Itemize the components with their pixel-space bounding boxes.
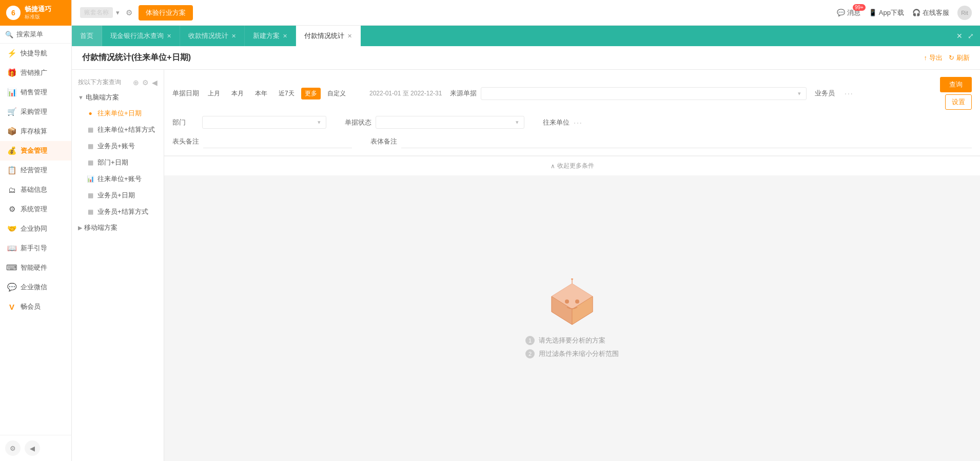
salesman-dots[interactable]: ··· bbox=[845, 89, 854, 97]
empty-illustration bbox=[541, 278, 603, 330]
table-head-note-input[interactable] bbox=[203, 135, 352, 148]
sidebar-item-smart-hw[interactable]: ⌨ 智能硬件 bbox=[0, 258, 71, 277]
scheme-group-mobile: ▶ 移动端方案 bbox=[72, 220, 164, 235]
messages-icon: 💬 bbox=[837, 9, 845, 16]
scheme-active-icon: ● bbox=[86, 109, 94, 117]
scheme-item-salesman-date[interactable]: ▦ 业务员+日期 bbox=[72, 187, 164, 204]
tab-home[interactable]: 首页 bbox=[72, 26, 102, 46]
tab-payment-stat-close[interactable]: ✕ bbox=[347, 33, 352, 39]
tab-bank-flow-close[interactable]: ✕ bbox=[167, 33, 171, 39]
scheme-item-dept-date[interactable]: ▦ 部门+日期 bbox=[72, 154, 164, 171]
scheme-item-counterpart-account[interactable]: 📊 往来单位+账号 bbox=[72, 171, 164, 187]
filter-table-head-note-item: 表头备注 bbox=[172, 135, 352, 148]
scheme-item-salesman-account[interactable]: ▦ 业务员+账号 bbox=[72, 138, 164, 154]
scheme-item-counterpart-date[interactable]: ● 往来单位+日期 bbox=[72, 105, 164, 122]
pc-group-arrow-icon: ▼ bbox=[78, 94, 84, 101]
tab-receipts-stat-close[interactable]: ✕ bbox=[231, 33, 236, 39]
empty-tip-2: 2 用过滤条件来缩小分析范围 bbox=[525, 349, 619, 358]
topbar-right: 💬 消息 99+ 📱 App下载 🎧 在线客服 Rit bbox=[837, 6, 972, 20]
scheme-group-pc-header[interactable]: ▼ 电脑端方案 bbox=[72, 90, 164, 105]
mobile-group-arrow-icon: ▶ bbox=[78, 225, 82, 231]
table-body-note-input[interactable] bbox=[401, 135, 972, 148]
sidebar-item-enterprise[interactable]: 🤝 企业协同 bbox=[0, 219, 71, 238]
add-scheme-btn[interactable]: ⊕ bbox=[133, 78, 139, 87]
online-service-btn[interactable]: 🎧 在线客服 bbox=[912, 8, 949, 17]
scheme-panel-header: 按以下方案查询 ⊕ ⚙ ◀ bbox=[72, 75, 164, 90]
scheme-item-salesman-settlement[interactable]: ▦ 业务员+结算方式 bbox=[72, 204, 164, 220]
app-download-btn[interactable]: 📱 App下载 bbox=[869, 8, 904, 17]
collapse-filter-btn[interactable]: ∧ 收起更多条件 bbox=[164, 156, 980, 175]
enterprise-icon: 🤝 bbox=[7, 224, 16, 233]
operations-icon: 📋 bbox=[7, 166, 16, 175]
sidebar-item-wechat[interactable]: 💬 企业微信 bbox=[0, 277, 71, 297]
refresh-icon: ↻ bbox=[949, 54, 954, 62]
smart-hw-icon: ⌨ bbox=[7, 263, 16, 272]
source-doc-select[interactable]: ▾ bbox=[481, 87, 807, 100]
page: 付款情况统计(往来单位+日期) ↑ 导出 ↻ 刷新 按以下方案查询 ⊕ bbox=[72, 46, 980, 461]
svg-point-5 bbox=[575, 299, 579, 304]
tab-new-scheme-close[interactable]: ✕ bbox=[283, 33, 287, 39]
tab-new-scheme[interactable]: 新建方案 ✕ bbox=[245, 26, 296, 46]
collapse-scheme-btn[interactable]: ◀ bbox=[152, 78, 158, 87]
sidebar-item-finance[interactable]: 💰 资金管理 bbox=[0, 141, 71, 161]
scheme-settings-btn[interactable]: ⚙ bbox=[142, 78, 149, 87]
system-icon: ⚙ bbox=[7, 205, 16, 214]
sidebar-item-marketing[interactable]: 🎁 营销推广 bbox=[0, 63, 71, 83]
scheme-panel-actions: ⊕ ⚙ ◀ bbox=[133, 78, 158, 87]
counterpart-dots[interactable]: ··· bbox=[574, 118, 583, 127]
trial-btn[interactable]: 体验行业方案 bbox=[139, 5, 193, 21]
messages-btn[interactable]: 💬 消息 99+ bbox=[837, 8, 860, 17]
tabbar: 首页 现金银行流水查询 ✕ 收款情况统计 ✕ 新建方案 ✕ 付款情况统计 ✕ ✕… bbox=[72, 26, 980, 46]
sidebar-item-inventory[interactable]: 📦 库存核算 bbox=[0, 122, 71, 141]
date-btn-custom[interactable]: 自定义 bbox=[323, 87, 350, 100]
guide-icon: 📖 bbox=[7, 244, 16, 253]
fullscreen-btn[interactable]: ⤢ bbox=[968, 32, 974, 40]
query-btn[interactable]: 查询 bbox=[940, 77, 972, 92]
filter-rows: 单据日期 上月 本月 本年 近7天 更多 自定义 2022-01-0 bbox=[164, 70, 980, 156]
account-selector[interactable]: 账套名称 ▾ bbox=[80, 7, 120, 18]
basic-info-icon: 🗂 bbox=[7, 185, 16, 194]
tab-receipts-stat[interactable]: 收款情况统计 ✕ bbox=[180, 26, 245, 46]
tab-bank-flow[interactable]: 现金银行流水查询 ✕ bbox=[102, 26, 180, 46]
date-btns: 上月 本月 本年 近7天 更多 自定义 bbox=[203, 87, 350, 100]
settings-icon[interactable]: ⚙ bbox=[126, 8, 132, 17]
filter-salesman-item: 业务员 ··· bbox=[815, 89, 928, 98]
headset-icon: 🎧 bbox=[912, 9, 920, 16]
purchase-icon: 🛒 bbox=[7, 107, 16, 116]
dept-arrow-icon: ▾ bbox=[318, 119, 321, 126]
doc-status-select[interactable]: ▾ bbox=[376, 116, 524, 129]
scheme-table-icon-2: ▦ bbox=[86, 142, 94, 150]
sidebar-item-basic-info[interactable]: 🗂 基础信息 bbox=[0, 180, 71, 199]
dept-select[interactable]: ▾ bbox=[202, 116, 326, 129]
date-btn-this-year[interactable]: 本年 bbox=[250, 87, 272, 100]
export-btn[interactable]: ↑ 导出 bbox=[924, 53, 943, 63]
sidebar-item-member[interactable]: V 畅会员 bbox=[0, 297, 71, 316]
sidebar-item-system[interactable]: ⚙ 系统管理 bbox=[0, 199, 71, 219]
table-body-note-label: 表体备注 bbox=[370, 137, 397, 146]
settings-footer-btn[interactable]: ⚙ bbox=[5, 440, 21, 456]
date-btn-this-month[interactable]: 本月 bbox=[227, 87, 248, 100]
date-btn-last-7days[interactable]: 近7天 bbox=[274, 87, 299, 100]
sidebar-item-sales[interactable]: 📊 销售管理 bbox=[0, 83, 71, 102]
date-btn-more[interactable]: 更多 bbox=[301, 88, 321, 99]
refresh-btn[interactable]: ↻ 刷新 bbox=[949, 53, 970, 63]
user-avatar[interactable]: Rit bbox=[957, 6, 972, 20]
sidebar-item-operations[interactable]: 📋 经营管理 bbox=[0, 161, 71, 180]
scheme-item-counterpart-settlement[interactable]: ▦ 往来单位+结算方式 bbox=[72, 122, 164, 138]
account-name: 账套名称 bbox=[80, 7, 113, 18]
date-btn-last-month[interactable]: 上月 bbox=[203, 87, 225, 100]
scheme-group-mobile-header[interactable]: ▶ 移动端方案 bbox=[72, 220, 164, 235]
sidebar-item-purchase[interactable]: 🛒 采购管理 bbox=[0, 102, 71, 122]
sidebar-item-quick-nav[interactable]: ⚡ 快捷导航 bbox=[0, 44, 71, 63]
scheme-table-icon-1: ▦ bbox=[86, 126, 94, 134]
close-all-tabs-btn[interactable]: ✕ bbox=[956, 32, 963, 40]
sidebar-item-guide[interactable]: 📖 新手引导 bbox=[0, 238, 71, 258]
logo-icon: 6 bbox=[6, 6, 21, 20]
search-menu-item[interactable]: 🔍 搜索菜单 bbox=[0, 26, 71, 44]
tip-num-1: 1 bbox=[525, 336, 535, 345]
setting-btn[interactable]: 设置 bbox=[945, 94, 972, 110]
collapse-sidebar-btn[interactable]: ◀ bbox=[25, 440, 40, 456]
tab-payment-stat[interactable]: 付款情况统计 ✕ bbox=[296, 26, 361, 46]
account-dropdown-icon[interactable]: ▾ bbox=[116, 9, 120, 16]
quick-nav-icon: ⚡ bbox=[7, 49, 16, 58]
